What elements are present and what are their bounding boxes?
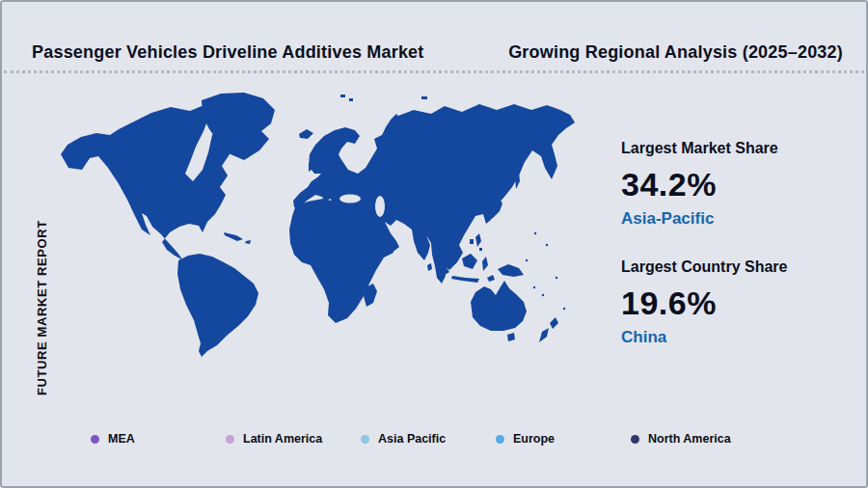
page-title-right: Growing Regional Analysis (2025–2032) xyxy=(508,42,843,63)
legend-dot-north-america xyxy=(631,435,639,444)
legend-label-north-america: North America xyxy=(648,432,731,446)
legend-dot-mea xyxy=(91,435,99,444)
stat-block-country-share: Largest Country Share 19.6% China xyxy=(621,258,853,347)
legend-dot-asia-pacific xyxy=(361,435,369,444)
legend-label-mea: MEA xyxy=(108,432,135,446)
infographic-card: Passenger Vehicles Driveline Additives M… xyxy=(0,0,868,488)
legend-item-mea: MEA xyxy=(91,432,135,446)
legend: MEA Latin America Asia Pacific Europe No… xyxy=(2,432,866,451)
world-map-svg xyxy=(55,89,595,397)
legend-item-latin-america: Latin America xyxy=(226,432,322,446)
watermark-vertical-text: FUTURE MARKET REPORT xyxy=(35,222,49,395)
legend-item-europe: Europe xyxy=(496,432,555,446)
legend-item-north-america: North America xyxy=(631,432,731,446)
legend-label-europe: Europe xyxy=(513,432,555,446)
legend-dot-latin-america xyxy=(226,435,234,444)
world-map xyxy=(55,89,595,397)
legend-dot-europe xyxy=(496,435,504,444)
stats-panel: Largest Market Share 34.2% Asia-Pacific … xyxy=(621,140,853,347)
country-share-label: Largest Country Share xyxy=(621,258,853,276)
market-share-region: Asia-Pacific xyxy=(621,209,853,229)
dotted-separator xyxy=(4,70,864,73)
title-bar: Passenger Vehicles Driveline Additives M… xyxy=(2,2,866,71)
legend-label-latin-america: Latin America xyxy=(243,432,322,446)
country-share-value: 19.6% xyxy=(621,285,853,322)
country-share-region: China xyxy=(621,328,853,347)
stat-block-market-share: Largest Market Share 34.2% Asia-Pacific xyxy=(621,140,853,229)
legend-item-asia-pacific: Asia Pacific xyxy=(361,432,446,446)
market-share-value: 34.2% xyxy=(621,166,853,203)
legend-label-asia-pacific: Asia Pacific xyxy=(378,432,446,446)
market-share-label: Largest Market Share xyxy=(621,140,853,157)
page-title-left: Passenger Vehicles Driveline Additives M… xyxy=(32,42,424,63)
